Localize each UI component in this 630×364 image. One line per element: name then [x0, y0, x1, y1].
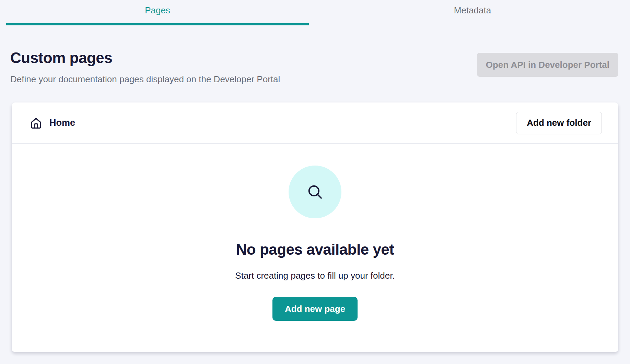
empty-state-illustration: [289, 166, 341, 218]
page-title: Custom pages: [10, 49, 280, 66]
open-api-button[interactable]: Open API in Developer Portal: [477, 53, 618, 77]
page-header-text: Custom pages Define your documentation p…: [10, 49, 280, 85]
home-icon: [30, 117, 43, 130]
page-subtitle: Define your documentation pages displaye…: [10, 74, 280, 85]
custom-pages-screen: Pages Metadata Custom pages Define your …: [0, 0, 630, 352]
search-icon: [306, 183, 324, 201]
add-new-page-button[interactable]: Add new page: [272, 297, 358, 321]
tab-metadata[interactable]: Metadata: [315, 0, 630, 25]
active-tab-indicator: [6, 23, 309, 25]
card-header: Home Add new folder: [12, 102, 618, 144]
tab-bar: Pages Metadata: [0, 0, 630, 25]
empty-state-subtitle: Start creating pages to fill up your fol…: [235, 270, 395, 281]
tab-pages-label: Pages: [145, 5, 170, 16]
tab-pages[interactable]: Pages: [0, 0, 315, 25]
tab-metadata-label: Metadata: [454, 5, 491, 16]
empty-state: No pages available yet Start creating pa…: [12, 144, 618, 352]
pages-card: Home Add new folder No pages available y…: [12, 102, 618, 352]
breadcrumb-home-label: Home: [49, 118, 75, 128]
breadcrumb-home[interactable]: Home: [30, 117, 75, 130]
page-header: Custom pages Define your documentation p…: [0, 49, 630, 85]
add-new-folder-button[interactable]: Add new folder: [516, 112, 602, 134]
empty-state-title: No pages available yet: [236, 241, 394, 258]
